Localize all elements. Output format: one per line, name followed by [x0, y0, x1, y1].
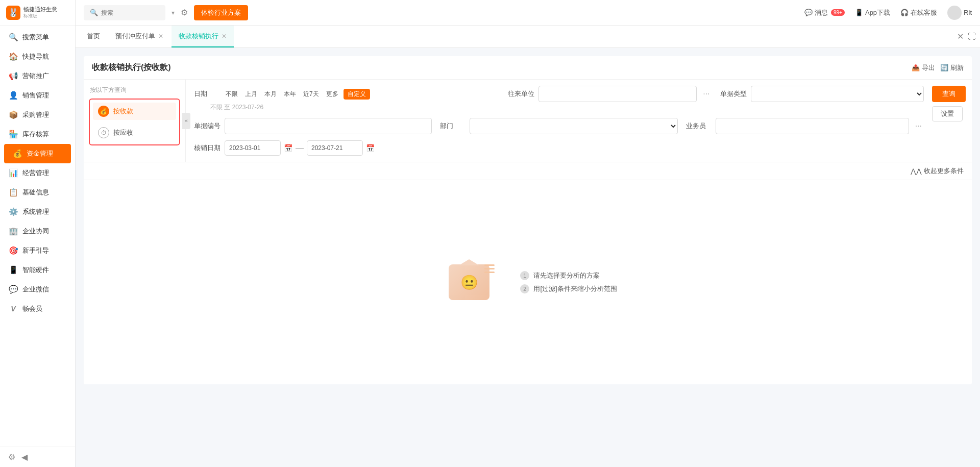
tab-prepay-close[interactable]: ✕ [158, 33, 163, 40]
message-button[interactable]: 💬 消息 99+ [804, 8, 845, 17]
query-type-by-receivable[interactable]: ⏱ 按应收 [93, 124, 176, 141]
tabbar: 首页 预付冲应付单 ✕ 收款核销执行 ✕ ✕ ⛶ [76, 26, 980, 48]
department-select[interactable] [470, 118, 678, 134]
sidebar-item-label: 智能硬件 [22, 265, 49, 275]
query-type-items: 💰 按收款 ⏱ 按应收 [93, 103, 176, 141]
logo: 🐰 畅捷通好生意 标准版 [0, 0, 75, 26]
tab-home-label: 首页 [87, 32, 100, 41]
sidebar-item-label: 快捷导航 [22, 52, 49, 61]
shortcut-this-month[interactable]: 本月 [262, 89, 279, 100]
date-shortcuts: 不限 上月 本月 本年 近7天 更多 自定义 [224, 89, 370, 100]
empty-box: 😐 [449, 264, 489, 300]
shortcut-unlimited[interactable]: 不限 [224, 89, 240, 100]
tab-receipt-writeoff-close[interactable]: ✕ [222, 33, 227, 40]
logo-icon: 🐰 [6, 6, 20, 20]
sidebar-item-quick-nav[interactable]: 🏠 快捷导航 [0, 47, 75, 66]
refresh-icon: 🔄 [940, 64, 948, 71]
topbar-gear-icon[interactable]: ⚙ [181, 8, 188, 17]
page-title-bar: 收款核销执行(按收款) 📤 导出 🔄 刷新 [84, 56, 972, 80]
app-download-button[interactable]: 📱 App下载 [855, 8, 890, 17]
collapse-query-panel-icon[interactable]: « [182, 113, 190, 129]
sales-icon: 👤 [8, 91, 18, 100]
search-input[interactable] [101, 9, 159, 16]
query-type-title: 按以下方查询 [90, 86, 179, 94]
sidebar-item-purchase[interactable]: 📦 采购管理 [0, 105, 75, 125]
sidebar-item-label: 企业微信 [22, 285, 49, 294]
counterpart-group: 往来单位 ··· [508, 86, 712, 102]
salesperson-ellipsis-icon[interactable]: ··· [913, 121, 924, 131]
sidebar-item-finance[interactable]: 💰 资金管理 [4, 144, 71, 163]
salesperson-label: 业务员 [686, 121, 712, 131]
system-icon: ⚙️ [8, 207, 18, 216]
collapse-sidebar-icon[interactable]: ◀ [21, 452, 28, 462]
sidebar-item-wechat[interactable]: 💬 企业微信 [0, 280, 75, 299]
query-receipt-label: 按收款 [113, 107, 133, 116]
filter-settings-button[interactable]: 设置 [932, 106, 963, 121]
hint-num-2: 2 [520, 284, 529, 293]
shortcut-last-month[interactable]: 上月 [243, 89, 259, 100]
online-service-button[interactable]: 🎧 在线客服 [900, 8, 937, 17]
collapse-conditions-button[interactable]: ⋀⋀ 收起更多条件 [911, 166, 964, 176]
sidebar-item-search-menu[interactable]: 🔍 搜索菜单 [0, 28, 75, 47]
writeoff-date-start-input[interactable] [225, 140, 281, 156]
sidebar-item-marketing[interactable]: 📢 营销推广 [0, 66, 75, 86]
salesperson-input[interactable] [716, 118, 909, 134]
sidebar-item-hardware[interactable]: 📱 智能硬件 [0, 260, 75, 280]
guide-icon: 🎯 [8, 246, 18, 255]
solution-button[interactable]: 体验行业方案 [194, 5, 248, 20]
sidebar-item-guide[interactable]: 🎯 新手引导 [0, 241, 75, 260]
tab-home[interactable]: 首页 [80, 26, 107, 47]
sidebar-item-label: 基础信息 [22, 188, 49, 197]
writeoff-date-group: 核销日期 📅 — 📅 [194, 140, 375, 156]
query-button[interactable]: 查询 [932, 86, 966, 102]
app-icon: 📱 [855, 9, 863, 16]
tab-close-all-icon[interactable]: ✕ [957, 32, 964, 41]
content: 收款核销执行(按收款) 📤 导出 🔄 刷新 按以下方查询 [76, 48, 980, 467]
sidebar-item-member[interactable]: V 畅会员 [0, 299, 75, 318]
filter-actions: 查询 设置 [932, 80, 972, 162]
filter-row-1: 日期 不限 上月 本月 本年 近7天 更多 自定义 [194, 86, 924, 102]
empty-illustration: 😐 [438, 257, 500, 308]
empty-hint-1: 1 请先选择要分析的方案 [520, 271, 617, 280]
marketing-icon: 📢 [8, 71, 18, 81]
sidebar-item-enterprise[interactable]: 🏢 企业协同 [0, 222, 75, 241]
settings-icon[interactable]: ⚙ [8, 452, 15, 462]
refresh-button[interactable]: 🔄 刷新 [940, 63, 964, 72]
tab-prepay-label: 预付冲应付单 [115, 32, 155, 41]
date-range: 📅 — 📅 [225, 140, 375, 156]
business-icon: 📊 [8, 168, 18, 178]
doctype-select[interactable] [751, 86, 924, 102]
shortcut-7days[interactable]: 近7天 [301, 89, 321, 100]
shortcut-custom[interactable]: 自定义 [344, 89, 370, 100]
tab-receipt-writeoff[interactable]: 收款核销执行 ✕ [172, 26, 234, 47]
empty-lines [484, 264, 495, 273]
tab-prepay[interactable]: 预付冲应付单 ✕ [108, 26, 170, 47]
date-end-calendar-icon[interactable]: 📅 [366, 144, 375, 152]
writeoff-date-end-input[interactable] [307, 140, 363, 156]
query-type-by-receipt[interactable]: 💰 按收款 [93, 103, 176, 120]
sidebar-item-business[interactable]: 📊 经营管理 [0, 163, 75, 183]
user-info[interactable]: Rit [947, 6, 972, 20]
message-badge: 99+ [831, 9, 845, 16]
shortcut-this-year[interactable]: 本年 [282, 89, 298, 100]
export-button[interactable]: 📤 导出 [912, 63, 935, 72]
sidebar-item-system[interactable]: ⚙️ 系统管理 [0, 202, 75, 222]
page-title: 收款核销执行(按收款) [92, 62, 171, 73]
sidebar-item-inventory[interactable]: 🏪 库存核算 [0, 125, 75, 144]
counterpart-input[interactable] [538, 86, 697, 102]
date-group: 日期 不限 上月 本月 本年 近7天 更多 自定义 [194, 89, 500, 100]
sidebar-item-sales[interactable]: 👤 销售管理 [0, 86, 75, 105]
topbar-search-box[interactable]: 🔍 [84, 5, 165, 20]
docno-input[interactable] [225, 118, 432, 134]
inventory-icon: 🏪 [8, 130, 18, 139]
empty-line-3 [484, 272, 495, 273]
counterpart-ellipsis-icon[interactable]: ··· [701, 89, 712, 99]
tab-expand-icon[interactable]: ⛶ [968, 32, 976, 41]
search-chevron-icon[interactable]: ▾ [172, 9, 175, 16]
department-group: 部门 [440, 118, 678, 134]
sidebar-item-label: 库存核算 [22, 130, 49, 139]
shortcut-more[interactable]: 更多 [324, 89, 340, 100]
sidebar-item-basic-info[interactable]: 📋 基础信息 [0, 183, 75, 202]
empty-line-2 [484, 268, 495, 269]
date-start-calendar-icon[interactable]: 📅 [284, 144, 292, 152]
